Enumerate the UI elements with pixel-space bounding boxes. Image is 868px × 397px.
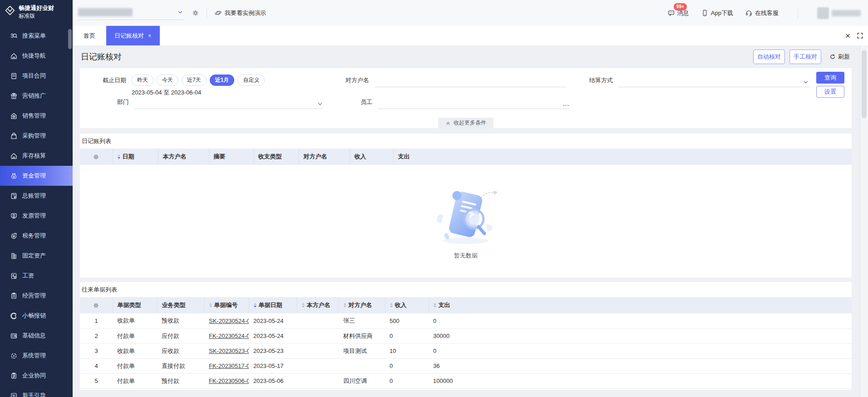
close-icon[interactable]: × <box>845 31 850 40</box>
sidebar-item-project-contract[interactable]: 项目合同 <box>0 66 73 86</box>
column-header-income[interactable]: 收入 <box>350 149 393 165</box>
sidebar-item-fixed-assets[interactable]: 固定资产 <box>0 246 73 266</box>
sidebar-item-base-info[interactable]: 基础信息 <box>0 326 73 346</box>
column-label: 单据类型 <box>118 301 141 309</box>
pill-yesterday[interactable]: 昨天 <box>132 74 153 86</box>
company-selector[interactable] <box>78 8 183 20</box>
sort-icons[interactable] <box>344 303 346 308</box>
column-header-doc-no[interactable]: 单据编号 <box>204 297 249 313</box>
pill-today[interactable]: 今天 <box>157 74 178 86</box>
column-header-income[interactable]: 收入 <box>385 297 429 313</box>
tab-journal-reconcile[interactable]: 日记账核对 × <box>106 26 160 45</box>
sidebar-item-funds[interactable]: 资金管理 <box>0 166 73 186</box>
column-header-own-account[interactable]: 本方户名 <box>158 149 209 165</box>
sort-icons[interactable] <box>254 303 256 308</box>
sidebar-item-ledger[interactable]: 总账管理 <box>0 186 73 206</box>
sidebar-item-newbie-guide[interactable]: 新手引导 <box>0 386 73 397</box>
tab-close-icon[interactable]: × <box>148 32 152 39</box>
pill-last7days[interactable]: 近7天 <box>182 74 207 86</box>
sidebar-item-tax[interactable]: 税务管理 <box>0 226 73 246</box>
sidebar-item-label: 发票管理 <box>22 212 46 220</box>
sidebar-item-sales[interactable]: 销售管理 <box>0 106 73 126</box>
sidebar-item-search-menu[interactable]: 搜索菜单 <box>0 26 73 46</box>
counterparty-cell: 项目测试 <box>339 343 385 358</box>
sidebar-item-salary[interactable]: 工资 <box>0 266 73 286</box>
sidebar-item-collaboration[interactable]: 企业协同 <box>0 366 73 386</box>
sidebar-item-invoice[interactable]: 发票管理 <box>0 206 73 226</box>
sort-icons[interactable] <box>302 303 305 308</box>
sort-icons[interactable] <box>434 303 436 308</box>
column-header-date[interactable]: 日期 <box>113 149 158 165</box>
ledger-icon <box>10 192 18 200</box>
column-header-expense[interactable]: 支出 <box>429 297 852 313</box>
sidebar-item-system[interactable]: 系统管理 <box>0 346 73 366</box>
column-header-biz-type[interactable]: 业务类型 <box>157 297 204 313</box>
sort-icons[interactable] <box>118 154 120 159</box>
column-settings-button[interactable] <box>80 297 113 313</box>
app-download-button[interactable]: App下载 <box>701 9 733 17</box>
auto-check-button[interactable]: 自动核对 <box>753 50 785 64</box>
doc-no-link[interactable]: FK-20230506-0 <box>209 377 249 384</box>
sidebar-item-marketing[interactable]: 营销推广 <box>0 86 73 106</box>
doc-no-link[interactable]: FK-20230524-0 <box>209 332 249 339</box>
biz-type-cell: 直接付款 <box>157 358 204 373</box>
row-index: 5 <box>80 373 113 388</box>
pill-last-month[interactable]: 近1月 <box>210 74 235 86</box>
sidebar-item-quick-nav[interactable]: 快捷导航 <box>0 46 73 66</box>
chevron-down-icon[interactable] <box>317 101 323 107</box>
doc-no-link[interactable]: SK-20230524-0 <box>209 318 249 324</box>
demo-link[interactable]: 我要看实例演示 <box>214 9 266 17</box>
refresh-button[interactable]: 刷新 <box>829 53 850 61</box>
employee-input[interactable]: ... <box>378 98 569 109</box>
column-label: 本方户名 <box>307 301 330 309</box>
doc-no-link[interactable]: SK-20230523-0 <box>209 347 249 354</box>
doc-type-cell: 收款单 <box>113 343 157 358</box>
department-select[interactable] <box>134 98 323 109</box>
sidebar-item-purchase[interactable]: 采购管理 <box>0 126 73 146</box>
own-account-cell <box>297 328 339 343</box>
employee-label: 员工 <box>360 98 372 106</box>
column-header-io-type[interactable]: 收支类型 <box>253 149 299 165</box>
column-header-doc-date[interactable]: 单据日期 <box>249 297 297 313</box>
employee-picker-icon[interactable]: ... <box>563 100 569 107</box>
user-menu[interactable] <box>817 7 861 19</box>
counterparty-input[interactable] <box>375 76 566 87</box>
table-row: 2 付款单 应付款 FK-20230524-0 2023-05-24 材料供应商… <box>80 328 852 343</box>
tab-home[interactable]: 首页 <box>73 26 106 45</box>
chevron-down-icon[interactable] <box>177 9 183 15</box>
own-account-cell <box>297 343 339 358</box>
pill-custom[interactable]: 自定义 <box>237 74 265 86</box>
sidebar-item-inventory[interactable]: 库存核算 <box>0 146 73 166</box>
column-header-summary[interactable]: 摘要 <box>209 149 253 165</box>
column-header-counterparty[interactable]: 对方户名 <box>339 297 385 313</box>
settlement-select[interactable] <box>618 76 809 87</box>
demo-link-label: 我要看实例演示 <box>225 9 266 17</box>
refresh-label: 刷新 <box>838 53 850 61</box>
fullscreen-icon[interactable] <box>857 32 863 39</box>
sort-icons[interactable] <box>390 303 393 308</box>
collapse-filters-button[interactable]: 收起更多条件 <box>438 118 493 128</box>
manual-check-button[interactable]: 手工核对 <box>789 50 821 64</box>
column-header-doc-type[interactable]: 单据类型 <box>113 297 157 313</box>
scrollbar-thumb[interactable] <box>862 50 867 118</box>
sidebar-item-operation[interactable]: 经营管理 <box>0 286 73 306</box>
sort-icons[interactable] <box>209 303 212 308</box>
column-label: 单据日期 <box>259 301 282 309</box>
gear-icon[interactable] <box>192 9 199 17</box>
sidebar-item-expense[interactable]: 小畅报销 <box>0 306 73 326</box>
column-header-own-account[interactable]: 本方户名 <box>297 297 339 313</box>
vertical-scrollbar[interactable] <box>860 45 868 397</box>
settlement-filter: 结算方式 <box>589 76 809 87</box>
online-support-button[interactable]: 在线客服 <box>745 9 779 17</box>
messages-button[interactable]: 99+ 消息 <box>667 9 689 17</box>
settings-button[interactable]: 设置 <box>816 86 844 98</box>
doc-date-cell: 2023-05-24 <box>249 328 297 343</box>
chevron-down-icon[interactable] <box>803 79 809 85</box>
column-settings-button[interactable] <box>80 149 113 165</box>
query-button[interactable]: 查询 <box>816 72 844 84</box>
filter-panel: 截止日期 昨天 今天 近7天 近1月 自定义 2023-05-04 至 2023… <box>80 68 852 128</box>
doc-no-link[interactable]: FK-20230517-0 <box>209 362 249 369</box>
column-header-counterparty[interactable]: 对方户名 <box>299 149 350 165</box>
column-header-expense[interactable]: 支出 <box>393 149 852 165</box>
app-window: 畅捷通好业财 标准版 搜索菜单 快捷导航 项目合同 营销推广 销售管理 采购管理… <box>0 0 868 397</box>
